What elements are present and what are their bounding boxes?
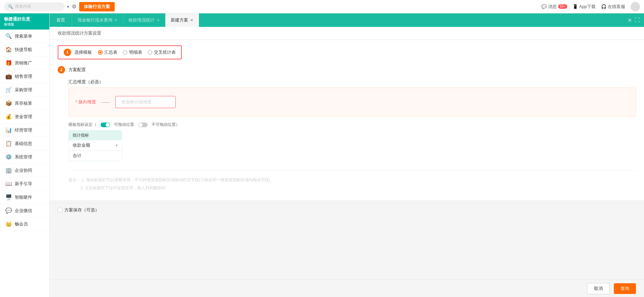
tab-collection-stat[interactable]: 收款情况统计 ✕	[123, 13, 165, 27]
header-search-bar[interactable]: 🔍 搜索内容	[4, 2, 64, 11]
radio-cross-circle	[148, 50, 152, 55]
weixin-icon: 💬	[5, 207, 12, 214]
purchase-icon: 🛒	[5, 87, 12, 93]
sidebar-label-sales: 销售管理	[15, 73, 32, 80]
tab-actions: ✕ ⛶	[628, 17, 644, 23]
sidebar-item-guide[interactable]: 📖 新手引导	[0, 177, 49, 191]
member-icon: 👑	[5, 221, 12, 227]
maximize-icon[interactable]: ⛶	[635, 17, 640, 23]
tab-home-label: 首页	[56, 17, 65, 23]
sidebar-label-enterprise: 企业协同	[15, 167, 32, 174]
save-option: 方案保存（可选）	[58, 207, 636, 213]
message-icon: 💬	[541, 4, 547, 9]
sidebar-label-guide: 新手引导	[15, 181, 32, 187]
tab-cashbank[interactable]: 现金银行流水查询 ✕	[72, 13, 123, 27]
avatar[interactable]	[631, 2, 640, 11]
metrics-amount-dropdown-icon[interactable]: ▾	[116, 143, 118, 148]
page-content: 收款情况统计方案设置 1 选择模板 汇总表	[50, 27, 644, 297]
tab-cashbank-close[interactable]: ✕	[114, 18, 117, 22]
radio-cross[interactable]: 交叉统计表	[148, 49, 176, 55]
metrics-header: 模板指标设定（ 可拖动位置 不可拖动位置）	[68, 122, 636, 128]
metrics-section: 模板指标设定（ 可拖动位置 不可拖动位置） 统计指标 收款金额 ▾	[68, 122, 636, 162]
save-option-checkbox[interactable]	[58, 208, 62, 212]
radio-summary[interactable]: 汇总表	[98, 49, 117, 55]
dimension-section-title: 汇总维度（必选）	[68, 79, 636, 85]
sidebar-item-sales[interactable]: 💼 销售管理	[0, 70, 49, 83]
sidebar-item-member[interactable]: 👑 畅会员	[0, 217, 49, 231]
query-button[interactable]: 查询	[614, 283, 636, 294]
sidebar-item-smart-hw[interactable]: 🖥️ 智能硬件	[0, 191, 49, 204]
smart-hw-icon: 🖥️	[5, 194, 12, 200]
download-icon: 📱	[573, 4, 578, 9]
non-draggable-toggle[interactable]	[138, 122, 148, 127]
footer-buttons: 取消 查询	[50, 280, 644, 297]
step2-section: 2 方案配置 汇总维度（必选） * 纵向维度 —— 请选择分组维度	[58, 66, 636, 192]
sidebar-label-capital: 资金管理	[15, 114, 32, 120]
dimension-dropdown[interactable]: 请选择分组维度	[115, 96, 176, 108]
sidebar-item-enterprise[interactable]: 🏢 企业协同	[0, 164, 49, 177]
notification-item[interactable]: 💬 消息 99+	[541, 4, 567, 10]
sidebar-logo: 畅捷通好生意 标准版	[0, 13, 49, 30]
sidebar-item-system[interactable]: ⚙️ 系统管理	[0, 150, 49, 164]
service-icon: 🎧	[601, 4, 606, 9]
tab-cashbank-label: 现金银行流水查询	[77, 17, 112, 23]
tab-collection-stat-close[interactable]: ✕	[157, 18, 160, 22]
metrics-total-label: 合计	[73, 153, 82, 159]
trial-button[interactable]: 体验行业方案	[79, 2, 115, 11]
sales-icon: 💼	[5, 73, 12, 80]
hint-text-2: 2. 点击标题栏下拉可设置排序、插入列和删除列	[68, 184, 636, 192]
step2-badge: 2	[58, 66, 65, 73]
notification-label: 消息	[548, 4, 557, 10]
service-item[interactable]: 🎧 在线客服	[601, 4, 625, 10]
sidebar-item-search-menu[interactable]: 🔍 搜索菜单	[0, 30, 49, 43]
step1-badge: 1	[64, 49, 71, 56]
marketing-icon: 🎁	[5, 60, 12, 66]
tab-bar: 首页 现金银行流水查询 ✕ 收款情况统计 ✕ 新建方案 ✕ ✕ ⛶	[50, 13, 644, 27]
vertical-dimension-label: * 纵向维度	[75, 99, 96, 105]
draggable-toggle[interactable]	[101, 122, 110, 127]
enterprise-icon: 🏢	[5, 167, 12, 174]
metrics-table-header: 统计指标	[69, 131, 122, 140]
tab-home[interactable]: 首页	[50, 13, 72, 27]
sidebar-label-purchase: 采购管理	[15, 87, 32, 93]
notification-badge: 99+	[558, 4, 567, 9]
radio-detail-label: 明细表	[129, 49, 142, 55]
download-item[interactable]: 📱 App下载	[573, 4, 596, 10]
top-header: 🔍 搜索内容 ▾ ⚙ 体验行业方案 💬 消息 99+ 📱 App下载 🎧 在线客…	[0, 0, 644, 13]
logo-text: 畅捷通好生意	[4, 16, 30, 22]
header-dropdown[interactable]: ▾	[67, 4, 69, 9]
sidebar-item-marketing[interactable]: 🎁 营销推广	[0, 56, 49, 70]
radio-detail[interactable]: 明细表	[123, 49, 142, 55]
search-placeholder-text: 搜索内容	[15, 4, 31, 9]
sidebar-label-marketing: 营销推广	[15, 60, 32, 66]
step1-label: 选择模板	[74, 49, 92, 55]
settings-icon[interactable]: ⚙	[72, 3, 76, 10]
sidebar-item-weixin[interactable]: 💬 企业微信	[0, 204, 49, 217]
header-right: 💬 消息 99+ 📱 App下载 🎧 在线客服	[541, 2, 640, 11]
cancel-button[interactable]: 取消	[587, 283, 610, 294]
sidebar-item-capital[interactable]: 💰 资金管理	[0, 110, 49, 123]
sidebar-label-member: 畅会员	[15, 221, 28, 227]
save-option-label: 方案保存（可选）	[64, 207, 99, 213]
hint-section: 提示： 1. 拖动标题栏可以调整布局，不可跨维度或指标区域拖动栏目字段(只能在同…	[68, 170, 636, 192]
close-window-icon[interactable]: ✕	[628, 17, 632, 23]
metrics-row-amount[interactable]: 收款金额 ▾	[69, 140, 122, 150]
radio-summary-circle	[98, 50, 103, 55]
metrics-table: 统计指标 收款金额 ▾ 合计	[68, 130, 122, 161]
sidebar-item-operation[interactable]: 📊 经营管理	[0, 123, 49, 137]
service-label: 在线客服	[608, 4, 625, 10]
sidebar-item-purchase[interactable]: 🛒 采购管理	[0, 83, 49, 97]
tab-new-plan-close[interactable]: ✕	[190, 18, 193, 22]
radio-summary-label: 汇总表	[104, 49, 117, 55]
arrow-icon: ——	[101, 100, 110, 105]
sidebar-label-weixin: 企业微信	[15, 208, 32, 214]
search-menu-icon: 🔍	[5, 33, 12, 39]
sidebar-item-basic-info[interactable]: 📋 基础信息	[0, 137, 49, 150]
header-left: 🔍 搜索内容 ▾ ⚙ 体验行业方案	[4, 2, 115, 11]
sidebar: 畅捷通好生意 标准版 🔍 搜索菜单 🏠 快捷导航 🎁 营销推广 💼 销售管理 🛒…	[0, 13, 50, 297]
hint-text-1: 提示： 1. 拖动标题栏可以调整布局，不可跨维度或指标区域拖动栏目字段(只能在同…	[68, 176, 636, 184]
tab-new-plan[interactable]: 新建方案 ✕	[165, 13, 199, 27]
sidebar-item-inventory[interactable]: 📦 库存核算	[0, 97, 49, 110]
sidebar-item-quick-nav[interactable]: 🏠 快捷导航	[0, 43, 49, 56]
radio-detail-circle	[123, 50, 127, 55]
